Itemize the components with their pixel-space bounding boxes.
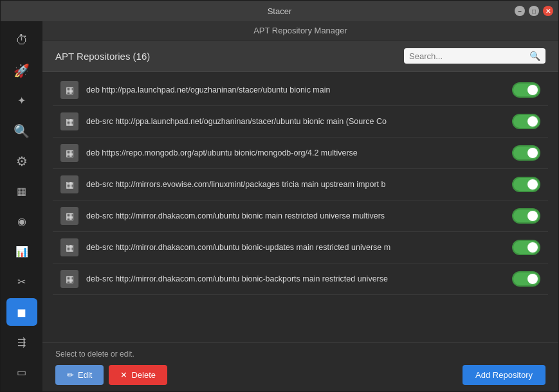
edit-label: Edit: [78, 370, 92, 380]
sidebar-item-search[interactable]: 🔍: [6, 117, 37, 145]
delete-icon: ✕: [120, 370, 127, 380]
repo-text: deb-src http://mirror.dhakacom.com/ubunt…: [86, 211, 504, 220]
panel-subtitle-bar: APT Repository Manager: [42, 21, 558, 40]
maximize-button[interactable]: □: [529, 6, 539, 16]
repo-list: ▦ deb http://ppa.launchpad.net/oguzhanin…: [42, 72, 558, 343]
app-title: Stacer: [44, 6, 515, 16]
sidebar-item-disk[interactable]: ◉: [6, 208, 37, 235]
list-item[interactable]: ▦ deb-src http://mirrors.evowise.com/lin…: [53, 169, 548, 200]
repo-toggle-0[interactable]: [512, 82, 540, 98]
title-bar: Stacer – □ ✕: [1, 1, 558, 21]
repo-toggle-4[interactable]: [512, 208, 540, 224]
repo-toggle-6[interactable]: [512, 271, 540, 287]
repo-text: deb-src http://ppa.launchpad.net/oguzhan…: [86, 117, 504, 126]
repo-text: deb-src http://mirrors.evowise.com/linux…: [86, 180, 504, 189]
list-item[interactable]: ▦ deb-src http://ppa.launchpad.net/oguzh…: [53, 106, 548, 138]
sidebar-item-dashboard[interactable]: ⏱: [6, 26, 37, 54]
edit-button[interactable]: ✏ Edit: [55, 365, 104, 385]
left-buttons: ✏ Edit ✕ Delete: [55, 365, 167, 385]
search-icon: 🔍: [529, 51, 540, 61]
panel-header: APT Repositories (16) 🔍: [42, 40, 558, 72]
main-panel: APT Repository Manager APT Repositories …: [42, 21, 558, 391]
repo-icon: ▦: [60, 238, 78, 256]
content-area: ⏱ 🚀 ✦ 🔍 ⚙ ▦ ◉ 📊 ✂ ◼ ⇶ ▭ APT Repository M…: [1, 21, 558, 391]
sidebar-item-settings[interactable]: ⚙: [6, 147, 37, 175]
list-item[interactable]: ▦ deb-src http://mirror.dhakacom.com/ubu…: [53, 200, 548, 232]
sidebar-item-startup[interactable]: 🚀: [6, 57, 37, 84]
list-item[interactable]: ▦ deb-src http://mirror.dhakacom.com/ubu…: [53, 232, 548, 263]
search-box[interactable]: 🔍: [404, 48, 545, 64]
delete-label: Delete: [131, 370, 156, 380]
sidebar-item-terminal[interactable]: ▭: [6, 359, 37, 386]
footer-hint: Select to delete or edit.: [55, 350, 545, 359]
add-repository-button[interactable]: Add Repository: [463, 365, 545, 385]
delete-button[interactable]: ✕ Delete: [109, 365, 167, 385]
close-button[interactable]: ✕: [543, 6, 553, 16]
repo-text: deb-src http://mirror.dhakacom.com/ubunt…: [86, 274, 504, 283]
list-item[interactable]: ▦ deb https://repo.mongodb.org/apt/ubunt…: [53, 138, 548, 169]
repo-toggle-2[interactable]: [512, 145, 540, 161]
footer: Select to delete or edit. ✏ Edit ✕ Delet…: [42, 343, 558, 391]
sidebar-item-packages[interactable]: ▦: [6, 177, 37, 205]
repo-text: deb http://ppa.launchpad.net/oguzhaninan…: [86, 85, 504, 94]
repo-icon: ▦: [60, 81, 78, 99]
minimize-button[interactable]: –: [515, 6, 525, 16]
sidebar: ⏱ 🚀 ✦ 🔍 ⚙ ▦ ◉ 📊 ✂ ◼ ⇶ ▭: [1, 21, 42, 391]
sidebar-item-sliders[interactable]: ⇶: [6, 328, 37, 356]
search-input[interactable]: [409, 51, 529, 61]
repo-icon: ▦: [60, 144, 78, 162]
repo-count-title: APT Repositories (16): [55, 51, 150, 62]
list-item[interactable]: ▦ deb-src http://mirror.dhakacom.com/ubu…: [53, 263, 548, 295]
repo-icon: ▦: [60, 207, 78, 225]
edit-icon: ✏: [67, 370, 74, 380]
repo-icon: ▦: [60, 112, 78, 130]
footer-actions: ✏ Edit ✕ Delete Add Repository: [55, 365, 545, 385]
list-item[interactable]: ▦ deb http://ppa.launchpad.net/oguzhanin…: [53, 75, 548, 106]
repo-toggle-1[interactable]: [512, 114, 540, 129]
repo-toggle-5[interactable]: [512, 240, 540, 255]
window-controls: – □ ✕: [515, 6, 553, 16]
repo-icon: ▦: [60, 270, 78, 288]
sidebar-item-apt[interactable]: ◼: [6, 298, 37, 326]
main-window: Stacer – □ ✕ ⏱ 🚀 ✦ 🔍 ⚙ ▦ ◉ 📊 ✂ ◼ ⇶ ▭ APT…: [0, 0, 559, 392]
repo-icon: ▦: [60, 175, 78, 193]
repo-toggle-3[interactable]: [512, 177, 540, 192]
sidebar-item-resources[interactable]: 📊: [6, 238, 37, 265]
sidebar-item-services[interactable]: ✦: [6, 87, 37, 114]
sidebar-item-tools[interactable]: ✂: [6, 268, 37, 296]
repo-text: deb-src http://mirror.dhakacom.com/ubunt…: [86, 243, 504, 252]
repo-text: deb https://repo.mongodb.org/apt/ubuntu …: [86, 148, 504, 157]
panel-subtitle: APT Repository Manager: [253, 26, 347, 35]
